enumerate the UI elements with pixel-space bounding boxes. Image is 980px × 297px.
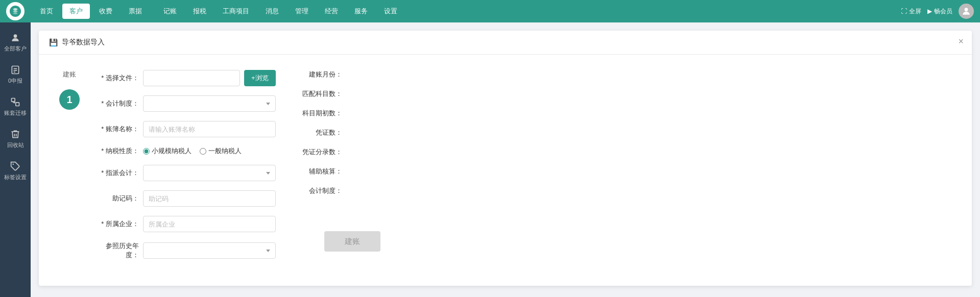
nav-item-operation[interactable]: 经营 (318, 4, 345, 19)
fiscal-year-label: 参照历史年度： (98, 241, 139, 260)
sidebar-item-account-transfer[interactable]: 账套迁移 (1, 92, 30, 122)
subject-initial-label: 科目期初数： (296, 109, 342, 118)
sidebar-item-declaration[interactable]: 0申报 (1, 60, 30, 90)
step-marker: 建账 1 * 选择文件： +浏览 (59, 70, 276, 269)
play-icon: ▶ (927, 8, 932, 15)
sidebar-item-label: 账套迁移 (4, 109, 27, 117)
match-subjects-label: 匹配科目数： (296, 89, 342, 98)
aux-accounting-row: 辅助核算： (296, 167, 398, 176)
nav-item-invoice[interactable]: 票据 (122, 4, 154, 19)
build-account-button[interactable]: 建账 (324, 231, 380, 252)
build-month-row: 建账月份： (296, 70, 398, 79)
nav-item-fees[interactable]: 收费 (92, 4, 119, 19)
nav-item-service[interactable]: 服务 (347, 4, 375, 19)
nav-item-home[interactable]: 首页 (33, 4, 60, 19)
aux-accounting-label: 辅助核算： (296, 167, 342, 176)
owner-company-input[interactable] (143, 216, 276, 232)
ledger-name-label: * 账簿名称： (98, 125, 139, 134)
file-input-group: +浏览 (143, 70, 276, 86)
nav-item-message[interactable]: 消息 (258, 4, 286, 19)
sidebar-item-all-customers[interactable]: 全部客户 (1, 28, 30, 58)
top-navigation: 首页 客户 收费 票据 记账 报税 工商项目 消息 管理 经营 服务 设置 ⛶ … (0, 0, 980, 22)
owner-company-label: * 所属企业： (98, 219, 139, 229)
nav-item-manage[interactable]: 管理 (288, 4, 316, 19)
app-logo[interactable] (6, 2, 25, 20)
accounting-system-row: * 会计制度： (98, 95, 276, 112)
svg-point-1 (965, 8, 968, 11)
fullscreen-button[interactable]: ⛶ 全屏 (901, 7, 921, 16)
member-label: 畅会员 (934, 7, 952, 16)
svg-rect-7 (12, 98, 15, 102)
match-subjects-row: 匹配科目数： (296, 89, 398, 98)
file-label: * 选择文件： (98, 73, 139, 83)
tax-small-label: 小规模纳税人 (152, 146, 192, 156)
accountant-select[interactable] (143, 165, 276, 181)
fiscal-year-select[interactable] (143, 242, 276, 259)
tax-general-radio[interactable] (200, 148, 206, 155)
browse-button[interactable]: +浏览 (244, 70, 276, 86)
accounting-system-label: * 会计制度： (98, 99, 139, 108)
nav-right-area: ⛶ 全屏 ▶ 畅会员 (901, 4, 974, 19)
step-circle: 1 (59, 89, 80, 110)
fiscal-year-row: 参照历史年度： (98, 241, 276, 260)
svg-point-9 (13, 164, 14, 165)
svg-point-2 (14, 34, 17, 38)
nav-item-business[interactable]: 工商项目 (216, 4, 256, 19)
step-label: 建账 (63, 70, 76, 79)
file-input[interactable] (143, 70, 240, 86)
svg-rect-8 (16, 103, 19, 106)
fullscreen-label: 全屏 (909, 7, 921, 16)
form-section: * 选择文件： +浏览 * 会计制度： (98, 70, 276, 269)
tax-general-label: 一般纳税人 (208, 146, 242, 156)
dialog-title: 导爷数据导入 (62, 38, 105, 47)
voucher-entries-row: 凭证分录数： (296, 147, 398, 157)
import-icon: 💾 (49, 38, 58, 46)
ledger-name-input[interactable] (143, 121, 276, 137)
tax-type-label: * 纳税性质： (98, 146, 139, 156)
nav-item-settings[interactable]: 设置 (377, 4, 404, 19)
tax-small-option[interactable]: 小规模纳税人 (143, 146, 192, 156)
accounting-system-info-label: 会计制度： (296, 186, 342, 195)
accountant-row: * 指派会计： (98, 165, 276, 181)
accountant-label: * 指派会计： (98, 168, 139, 178)
dialog-body: 建账 1 * 选择文件： +浏览 (39, 55, 972, 284)
memo-code-input[interactable] (143, 190, 276, 207)
accounting-system-select[interactable] (143, 95, 276, 112)
ledger-name-row: * 账簿名称： (98, 121, 276, 137)
file-row: * 选择文件： +浏览 (98, 70, 276, 86)
nav-item-tax[interactable]: 报税 (186, 4, 213, 19)
sidebar-item-label: 回收站 (7, 141, 24, 149)
voucher-entries-label: 凭证分录数： (296, 147, 342, 157)
fullscreen-icon: ⛶ (901, 8, 907, 15)
nav-menu: 首页 客户 收费 票据 记账 报税 工商项目 消息 管理 经营 服务 设置 (33, 4, 901, 19)
nav-item-ledger[interactable]: 记账 (156, 4, 184, 19)
nav-item-customer[interactable]: 客户 (62, 4, 90, 19)
tax-general-option[interactable]: 一般纳税人 (200, 146, 242, 156)
dialog-header: 💾 导爷数据导入 (39, 31, 972, 55)
sidebar-item-label: 全部客户 (4, 45, 27, 53)
sidebar-item-recycle[interactable]: 回收站 (1, 124, 30, 154)
info-section: 建账月份： 匹配科目数： 科目期初数： 凭证数： (296, 70, 398, 269)
sidebar: 全部客户 0申报 账套迁移 回收站 标签设置 (0, 22, 31, 297)
tax-small-radio[interactable] (143, 148, 150, 155)
sidebar-item-label: 0申报 (8, 77, 22, 85)
sidebar-item-label: 标签设置 (4, 174, 27, 181)
subject-initial-row: 科目期初数： (296, 109, 398, 118)
accounting-system-info-row: 会计制度： (296, 186, 398, 195)
tax-type-radio-group: 小规模纳税人 一般纳税人 (143, 146, 276, 156)
member-button[interactable]: ▶ 畅会员 (927, 7, 952, 16)
step-section: 建账 1 (59, 70, 90, 110)
sidebar-item-tag-settings[interactable]: 标签设置 (1, 156, 30, 186)
dialog-close-button[interactable]: × (958, 37, 964, 46)
voucher-row: 凭证数： (296, 128, 398, 137)
main-layout: 全部客户 0申报 账套迁移 回收站 标签设置 💾 导爷数据导入 × (0, 22, 980, 297)
main-content: 💾 导爷数据导入 × 建账 1 * 选择文件： (31, 22, 980, 297)
user-avatar[interactable] (959, 4, 974, 19)
build-month-label: 建账月份： (296, 70, 342, 79)
voucher-label: 凭证数： (296, 128, 342, 137)
tax-type-row: * 纳税性质： 小规模纳税人 一般纳税人 (98, 146, 276, 156)
dialog-panel: 💾 导爷数据导入 × 建账 1 * 选择文件： (39, 31, 972, 286)
memo-code-row: 助记码： (98, 190, 276, 207)
memo-code-label: 助记码： (98, 194, 139, 203)
owner-company-row: * 所属企业： (98, 216, 276, 232)
